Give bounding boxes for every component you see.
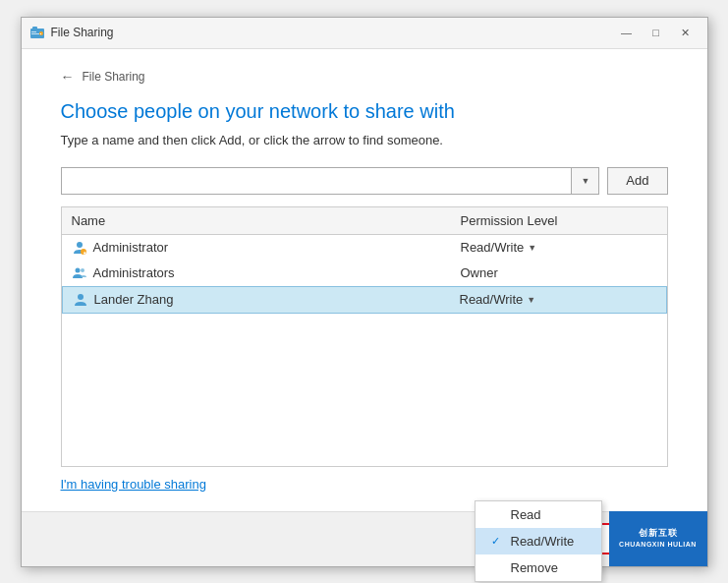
administrators-perm-text: Owner (461, 265, 498, 280)
ctx-item-remove[interactable]: Remove (476, 554, 601, 581)
svg-point-10 (81, 268, 84, 272)
administrators-perm: Owner (461, 265, 657, 280)
ctx-item-read[interactable]: Read (476, 501, 601, 528)
lander-perm: Read/Write ▼ (460, 292, 656, 307)
administrator-perm-arrow[interactable]: ▼ (528, 243, 536, 253)
window-icon (29, 25, 45, 40)
svg-rect-3 (31, 33, 39, 34)
input-row: ▼ Add (61, 167, 668, 195)
title-bar-controls: — □ ✕ (613, 23, 700, 42)
svg-point-11 (78, 294, 84, 300)
row-name-administrator: ★ Administrator (72, 240, 461, 256)
administrator-perm: Read/Write ▼ (461, 240, 657, 255)
svg-line-5 (40, 33, 41, 34)
main-window: File Sharing — □ ✕ ← File Sharing Choose… (21, 17, 708, 567)
ctx-readwrite-label: Read/Write (511, 534, 575, 549)
add-button[interactable]: Add (607, 167, 667, 195)
brand-area: 创新互联 CHUANGXIN HULIAN (609, 511, 707, 566)
administrator-perm-text: Read/Write (461, 240, 525, 255)
col-perm-header: Permission Level (461, 213, 657, 228)
svg-point-6 (77, 242, 83, 248)
user-icon-administrators (72, 265, 87, 281)
back-arrow-icon[interactable]: ← (61, 69, 75, 85)
brand-chinese: 创新互联 (619, 527, 697, 540)
lander-name: Lander Zhang (94, 292, 174, 307)
row-name-administrators: Administrators (72, 265, 461, 281)
ctx-item-readwrite[interactable]: ✓ Read/Write (476, 528, 601, 554)
row-name-lander: Lander Zhang (73, 292, 460, 308)
name-input[interactable] (61, 167, 573, 195)
col-name-header: Name (72, 213, 461, 228)
svg-point-9 (75, 267, 80, 272)
context-menu: Read ✓ Read/Write Remove (475, 500, 602, 582)
page-subtitle: Type a name and then click Add, or click… (61, 133, 668, 147)
brand-english: CHUANGXIN HULIAN (619, 540, 697, 550)
readwrite-check-icon: ✓ (491, 535, 505, 548)
close-button[interactable]: ✕ (672, 23, 700, 42)
page-heading: Choose people on your network to share w… (61, 100, 668, 123)
ctx-remove-label: Remove (511, 560, 558, 575)
dropdown-arrow-button[interactable]: ▼ (572, 167, 599, 195)
back-row: ← File Sharing (61, 69, 668, 85)
title-bar: File Sharing — □ ✕ (22, 18, 707, 49)
svg-point-4 (39, 31, 43, 35)
administrator-name: Administrator (93, 240, 169, 255)
svg-rect-1 (32, 27, 37, 30)
table-row-selected[interactable]: Lander Zhang Read/Write ▼ (62, 286, 667, 314)
maximize-button[interactable]: □ (643, 23, 670, 42)
lander-perm-text: Read/Write (460, 292, 524, 307)
ctx-read-label: Read (511, 507, 541, 522)
administrators-name: Administrators (93, 265, 175, 280)
window-title: File Sharing (51, 26, 114, 39)
lander-perm-arrow[interactable]: ▼ (527, 295, 535, 305)
user-icon-administrator: ★ (72, 240, 87, 256)
user-icon-lander (73, 292, 88, 308)
title-bar-left: File Sharing (29, 25, 114, 40)
table-row[interactable]: ★ Administrator Read/Write ▼ (62, 235, 667, 261)
minimize-button[interactable]: — (613, 23, 641, 42)
table-header: Name Permission Level (62, 207, 667, 235)
trouble-link[interactable]: I'm having trouble sharing (61, 477, 668, 492)
footer: + Share 创新互联 CHUANGXIN HULIAN (22, 511, 707, 566)
content-area: ← File Sharing Choose people on your net… (22, 49, 707, 511)
share-table: Name Permission Level ★ Administrator (61, 206, 668, 467)
table-row[interactable]: Administrators Owner (62, 261, 667, 286)
svg-rect-2 (31, 31, 36, 32)
window-title-link: File Sharing (83, 70, 145, 84)
